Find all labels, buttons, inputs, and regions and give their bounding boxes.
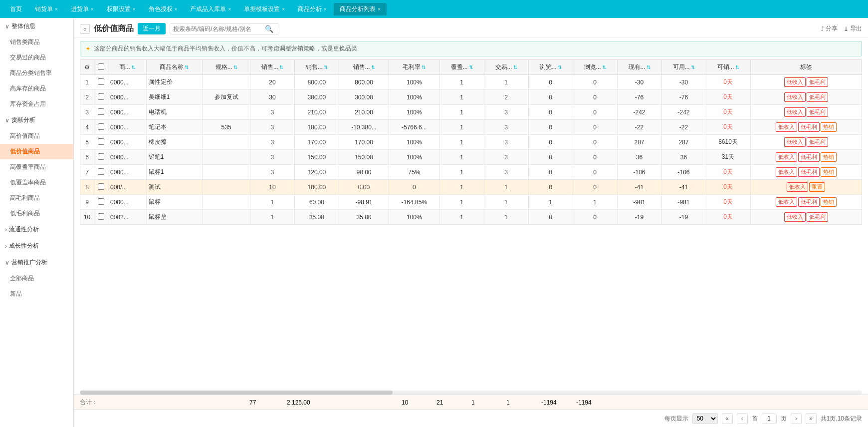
- sidebar-item-low-margin[interactable]: 低毛利商品: [0, 206, 73, 221]
- sidebar-item-traded-products[interactable]: 交易过的商品: [0, 50, 73, 65]
- checkbox-cell[interactable]: [94, 105, 108, 120]
- checkbox-cell[interactable]: [94, 195, 108, 210]
- last-page-button[interactable]: »: [806, 413, 817, 424]
- row-checkbox[interactable]: [98, 138, 104, 145]
- checkbox-cell[interactable]: [94, 180, 108, 195]
- avail-cell: -22: [661, 120, 706, 135]
- select-all-checkbox[interactable]: [98, 63, 104, 70]
- sidebar-item-sales-products[interactable]: 销售类商品: [0, 34, 73, 50]
- first-page-button[interactable]: «: [722, 413, 733, 424]
- row-checkbox[interactable]: [98, 168, 104, 175]
- nav-product-analysis[interactable]: 商品分析 ×: [292, 3, 333, 15]
- row-checkbox[interactable]: [98, 153, 104, 160]
- sidebar-item-high-margin[interactable]: 高毛利商品: [0, 190, 73, 206]
- close-icon[interactable]: ×: [282, 6, 285, 12]
- current-page-input[interactable]: [762, 414, 777, 424]
- row-checkbox[interactable]: [98, 78, 104, 85]
- checkbox-cell[interactable]: [94, 90, 108, 105]
- settings-col-header[interactable]: ⚙: [80, 60, 94, 75]
- page-size-select[interactable]: 50 100 200: [692, 413, 718, 424]
- sidebar-item-all-products[interactable]: 全部商品: [0, 271, 73, 286]
- close-icon[interactable]: ×: [175, 6, 178, 12]
- checkbox-cell[interactable]: [94, 165, 108, 180]
- col-header-spec[interactable]: 规格...⇅: [203, 60, 250, 75]
- col-header-sale3[interactable]: 销售...⇅: [339, 60, 389, 75]
- page-size-label: 每页显示: [664, 415, 688, 423]
- product-tag: 低收入: [784, 92, 806, 102]
- sidebar-section-growth[interactable]: › 成长性分析: [0, 238, 73, 254]
- nav-product-analysis-list[interactable]: 商品分析列表 ×: [334, 3, 387, 15]
- data-table-wrap[interactable]: ⚙ 商...⇅ 商品名称⇅ 规格...⇅ 销售...⇅ 销售...⇅ 销售...…: [74, 59, 868, 391]
- avail-cell: -981: [661, 195, 706, 210]
- sidebar-item-new-products[interactable]: 新品: [0, 286, 73, 302]
- row-checkbox[interactable]: [98, 213, 104, 220]
- col-header-name[interactable]: 商品名称⇅: [146, 60, 202, 75]
- col-header-cover[interactable]: 覆盖...⇅: [439, 60, 484, 75]
- filter-month-button[interactable]: 近一月: [138, 23, 166, 34]
- nav-sales-order[interactable]: 销货单 ×: [29, 3, 64, 15]
- close-icon[interactable]: ×: [91, 6, 94, 12]
- sidebar-section-overview[interactable]: ∨ 整体信息: [0, 18, 73, 34]
- col-header-avail[interactable]: 可用...⇅: [661, 60, 706, 75]
- search-icon[interactable]: 🔍: [265, 25, 273, 33]
- browse1-link[interactable]: 1: [549, 199, 552, 206]
- horizontal-scrollbar[interactable]: [80, 391, 862, 395]
- browse1-cell: 0: [528, 90, 573, 105]
- share-button[interactable]: ⤴ 分享: [821, 24, 838, 33]
- sidebar-item-low-value[interactable]: 低价值商品: [0, 144, 73, 159]
- nav-home[interactable]: 首页: [4, 3, 28, 15]
- row-checkbox[interactable]: [98, 93, 104, 100]
- sidebar-item-high-value[interactable]: 高价值商品: [0, 128, 73, 144]
- next-page-button[interactable]: ›: [791, 413, 802, 424]
- close-icon[interactable]: ×: [324, 6, 327, 12]
- sidebar-item-high-coverage[interactable]: 高覆盖率商品: [0, 159, 73, 175]
- row-checkbox[interactable]: [98, 123, 104, 130]
- col-header-trade[interactable]: 交易...⇅: [484, 60, 528, 75]
- sidebar-item-high-inventory[interactable]: 高库存的商品: [0, 81, 73, 96]
- product-tag: 低收入: [776, 197, 797, 207]
- col-header-margin[interactable]: 毛利率⇅: [389, 60, 439, 75]
- checkbox-cell[interactable]: [94, 75, 108, 90]
- search-input[interactable]: [173, 25, 263, 32]
- sidebar-section-contribution[interactable]: ∨ 贡献分析: [0, 112, 73, 128]
- margin-cell: -164.85%: [389, 195, 439, 210]
- cover-cell: 1: [439, 195, 484, 210]
- sidebar-item-low-coverage[interactable]: 低覆盖率商品: [0, 175, 73, 190]
- col-header-browse1[interactable]: 浏览...⇅: [528, 60, 573, 75]
- close-icon[interactable]: ×: [55, 6, 58, 12]
- row-checkbox[interactable]: [98, 183, 104, 190]
- nav-role-auth[interactable]: 角色授权 ×: [143, 3, 184, 15]
- spec-cell: [203, 165, 250, 180]
- close-icon[interactable]: ×: [133, 6, 136, 12]
- checkbox-col-header[interactable]: [94, 60, 108, 75]
- col-header-sellable[interactable]: 可销...⇅: [706, 60, 750, 75]
- col-header-browse2[interactable]: 浏览...⇅: [573, 60, 617, 75]
- close-icon[interactable]: ×: [228, 6, 231, 12]
- checkbox-cell[interactable]: [94, 135, 108, 150]
- nav-product-inbound[interactable]: 产成品入库单 ×: [184, 3, 237, 15]
- col-header-current[interactable]: 现有...⇅: [617, 60, 661, 75]
- export-button[interactable]: ⤓ 导出: [844, 24, 862, 33]
- sidebar-section-marketing[interactable]: ∨ 营销推广分析: [0, 254, 73, 271]
- nav-order-template[interactable]: 单据模板设置 ×: [238, 3, 291, 15]
- chevron-down-icon: ∨: [5, 259, 9, 266]
- checkbox-cell[interactable]: [94, 150, 108, 165]
- col-header-code[interactable]: 商...⇅: [108, 60, 147, 75]
- row-checkbox[interactable]: [98, 108, 104, 115]
- collapse-button[interactable]: «: [80, 24, 90, 34]
- checkbox-cell[interactable]: [94, 210, 108, 225]
- current-cell: 36: [617, 150, 661, 165]
- col-header-sale2[interactable]: 销售...⇅: [294, 60, 339, 75]
- sidebar-section-liquidity[interactable]: › 流通性分析: [0, 221, 73, 238]
- col-header-sale1[interactable]: 销售...⇅: [250, 60, 294, 75]
- checkbox-cell[interactable]: [94, 120, 108, 135]
- sidebar-item-category-sales-rate[interactable]: 商品分类销售率: [0, 65, 73, 81]
- scrollbar-thumb[interactable]: [80, 391, 393, 395]
- nav-permission[interactable]: 权限设置 ×: [101, 3, 142, 15]
- sidebar-item-inventory-capital[interactable]: 库存资金占用: [0, 96, 73, 112]
- nav-purchase-order[interactable]: 进货单 ×: [65, 3, 100, 15]
- code-cell: 0000...: [108, 150, 147, 165]
- prev-page-button[interactable]: ‹: [737, 413, 748, 424]
- close-icon[interactable]: ×: [378, 6, 381, 12]
- row-checkbox[interactable]: [98, 198, 104, 205]
